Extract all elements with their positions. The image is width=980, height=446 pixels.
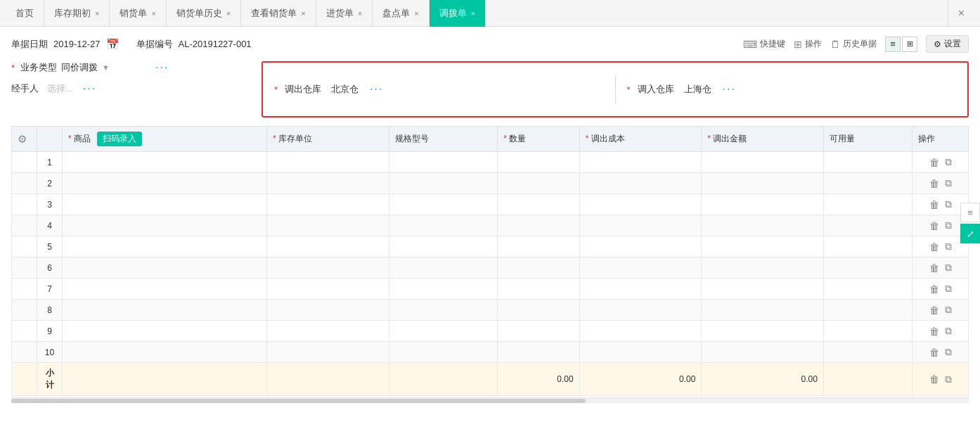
copy-row-icon[interactable]: ⧉ (945, 177, 952, 189)
row-qty-cell[interactable] (498, 215, 580, 236)
th-ops: 操作 (913, 127, 969, 152)
grid-view-btn[interactable]: ⊞ (902, 37, 917, 52)
settings-btn[interactable]: ⚙ 设置 (926, 35, 969, 53)
delete-row-icon[interactable]: 🗑 (929, 199, 939, 210)
row-qty-cell[interactable] (498, 321, 580, 342)
copy-row-icon[interactable]: ⧉ (945, 283, 952, 295)
tab-view-sales[interactable]: 查看销货单 × (241, 0, 316, 27)
copy-icon[interactable]: ⧉ (945, 374, 952, 386)
tab-inventory-initial[interactable]: 库存期初 × (44, 0, 110, 27)
row-product-cell[interactable] (63, 342, 267, 363)
row-qty-cell[interactable] (498, 194, 580, 215)
transfer-out-more[interactable]: ··· (370, 83, 383, 96)
close-tab-sales[interactable]: × (151, 9, 155, 18)
handler-more[interactable]: ··· (83, 82, 96, 95)
business-type-more[interactable]: ··· (155, 61, 169, 74)
transfer-in-more[interactable]: ··· (723, 83, 736, 96)
tab-sales-history[interactable]: 销货单历史 × (167, 0, 241, 27)
tab-home[interactable]: 首页 (6, 0, 44, 27)
transfer-out-block: * 调出仓库 北京仓 ··· (274, 83, 604, 96)
row-settings-cell (12, 194, 37, 215)
copy-row-icon[interactable]: ⧉ (945, 219, 952, 231)
calendar-icon[interactable]: 📅 (106, 38, 120, 51)
copy-row-icon[interactable]: ⧉ (945, 325, 952, 337)
table-row: 3 🗑 ⧉ (12, 194, 969, 215)
row-available-cell (823, 173, 912, 194)
delete-row-icon[interactable]: 🗑 (929, 220, 939, 231)
list-view-btn[interactable]: ≡ (885, 37, 901, 52)
row-available-cell (823, 257, 912, 279)
row-product-cell[interactable] (63, 194, 267, 215)
horizontal-scrollbar[interactable] (11, 397, 969, 403)
window-close-btn[interactable]: × (948, 0, 974, 27)
th-product: * 商品 扫码录入 (63, 127, 267, 152)
row-product-cell[interactable] (63, 279, 267, 300)
dropdown-arrow-icon: ▼ (102, 63, 110, 72)
transfer-out-value[interactable]: 北京仓 (331, 83, 359, 96)
row-qty-cell[interactable] (498, 236, 580, 257)
delete-row-icon[interactable]: 🗑 (929, 157, 939, 168)
row-qty-cell[interactable] (498, 173, 580, 194)
delete-row-icon[interactable]: 🗑 (929, 305, 939, 316)
delete-row-icon[interactable]: 🗑 (929, 262, 939, 274)
close-tab-purchase[interactable]: × (358, 9, 362, 18)
row-product-cell[interactable] (63, 152, 267, 173)
warehouse-section: * 调出仓库 北京仓 ··· * 调入仓库 上海仓 ··· (262, 61, 969, 117)
delete-row-icon[interactable]: 🗑 (929, 178, 939, 189)
row-cost-cell (579, 173, 702, 194)
close-tab-stocktake[interactable]: × (414, 9, 418, 18)
row-product-cell[interactable] (63, 300, 267, 321)
business-type-select[interactable]: 同价调拨 ▼ (61, 61, 146, 74)
tab-transfer[interactable]: 调拨单 × (430, 0, 486, 27)
table-settings-icon[interactable]: ⚙ (18, 133, 27, 145)
shortcuts-btn[interactable]: ⌨ 快捷键 (743, 38, 785, 50)
row-qty-cell[interactable] (498, 257, 580, 279)
row-available-cell (823, 279, 912, 300)
row-amount-cell (702, 321, 824, 342)
copy-row-icon[interactable]: ⧉ (945, 304, 952, 316)
sidebar-list-btn[interactable]: ≡ (960, 203, 980, 222)
tab-purchase[interactable]: 进货单 × (316, 0, 373, 27)
delete-icon[interactable]: 🗑 (929, 374, 939, 385)
copy-row-icon[interactable]: ⧉ (945, 198, 952, 210)
row-qty-cell[interactable] (498, 279, 580, 300)
close-tab-view-sales[interactable]: × (301, 9, 305, 18)
delete-row-icon[interactable]: 🗑 (929, 241, 939, 253)
tab-sales-order[interactable]: 销货单 × (110, 0, 166, 27)
copy-row-icon[interactable]: ⧉ (945, 262, 952, 274)
th-unit: * 库存单位 (266, 127, 389, 152)
ops-btn[interactable]: ⊞ 操作 (794, 38, 822, 50)
row-product-cell[interactable] (63, 257, 267, 279)
row-qty-cell[interactable] (498, 152, 580, 173)
row-product-cell[interactable] (63, 215, 267, 236)
close-tab-inventory[interactable]: × (95, 9, 99, 18)
copy-row-icon[interactable]: ⧉ (945, 241, 952, 253)
data-table: ⚙ * 商品 扫码录入 * 库存单位 规格型号 * 数量 (11, 126, 969, 396)
row-unit-cell (266, 257, 389, 279)
copy-row-icon[interactable]: ⧉ (945, 156, 952, 168)
scrollbar-thumb[interactable] (11, 399, 586, 403)
row-product-cell[interactable] (63, 236, 267, 257)
row-product-cell[interactable] (63, 321, 267, 342)
row-product-cell[interactable] (63, 173, 267, 194)
history-btn[interactable]: 🗒 历史单据 (830, 38, 877, 50)
handler-select[interactable]: 选择... (47, 82, 73, 95)
close-tab-sales-history[interactable]: × (226, 9, 231, 18)
close-tab-transfer[interactable]: × (471, 9, 475, 18)
table-row: 9 🗑 ⧉ (12, 321, 969, 342)
date-value[interactable]: 2019-12-27 (53, 39, 101, 49)
delete-row-icon[interactable]: 🗑 (929, 347, 939, 358)
copy-row-icon[interactable]: ⧉ (945, 346, 952, 358)
row-amount-cell (702, 194, 824, 215)
row-cost-cell (579, 321, 702, 342)
delete-row-icon[interactable]: 🗑 (929, 283, 939, 295)
row-ops-cell: 🗑 ⧉ (913, 279, 969, 300)
row-amount-cell (702, 257, 824, 279)
transfer-in-value[interactable]: 上海仓 (684, 83, 711, 96)
sidebar-expand-btn[interactable]: ⤢ (960, 224, 980, 243)
tab-stocktake[interactable]: 盘点单 × (373, 0, 429, 27)
scan-button[interactable]: 扫码录入 (97, 132, 142, 146)
row-qty-cell[interactable] (498, 342, 580, 363)
delete-row-icon[interactable]: 🗑 (929, 326, 939, 337)
row-qty-cell[interactable] (498, 300, 580, 321)
